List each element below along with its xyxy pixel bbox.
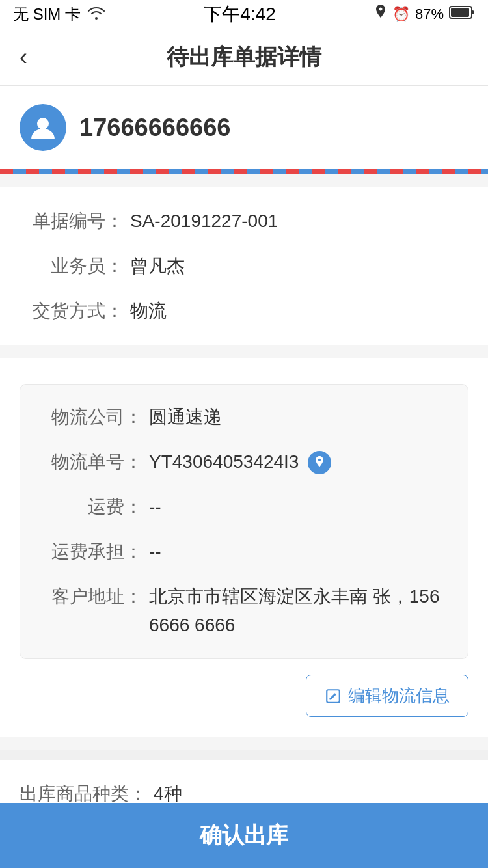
status-right: ⏰ 87%: [374, 5, 475, 24]
document-no-label: 单据编号：: [20, 207, 124, 236]
logistics-card: 物流公司： 圆通速递 物流单号： YT43064053424I3 运费： --: [20, 384, 468, 659]
edit-logistics-label: 编辑物流信息: [348, 685, 450, 707]
tracking-location-icon[interactable]: [308, 451, 331, 474]
salesman-row: 业务员： 曾凡杰: [20, 252, 468, 281]
freight-row: 运费： --: [38, 493, 450, 522]
edit-logistics-container: 编辑物流信息: [20, 675, 468, 717]
page-title: 待出库单据详情: [167, 42, 321, 72]
address-value: 北京市市辖区海淀区永丰南 张，156 6666 6666: [149, 582, 450, 641]
nav-bar: ‹ 待出库单据详情: [0, 29, 488, 86]
avatar: [20, 104, 66, 151]
document-no-value: SA-20191227-001: [130, 207, 468, 236]
logistics-company-label: 物流公司：: [38, 403, 142, 432]
logistics-company-row: 物流公司： 圆通速递: [38, 403, 450, 432]
gray-divider: [0, 750, 488, 760]
basic-info-section: 单据编号： SA-20191227-001 业务员： 曾凡杰 交货方式： 物流: [0, 187, 488, 345]
delivery-method-row: 交货方式： 物流: [20, 297, 468, 326]
alarm-icon: ⏰: [392, 6, 410, 23]
status-bar: 无 SIM 卡 下午4:42 ⏰ 87%: [0, 0, 488, 29]
tracking-value: YT43064053424I3: [149, 448, 299, 477]
logistics-company-value: 圆通速递: [149, 403, 450, 432]
dashed-divider: [0, 169, 488, 174]
logistics-section: 物流公司： 圆通速递 物流单号： YT43064053424I3 运费： --: [0, 358, 488, 737]
user-header: 17666666666: [0, 86, 488, 169]
freight-bearer-row: 运费承担： --: [38, 537, 450, 567]
tracking-label: 物流单号：: [38, 448, 142, 477]
delivery-method-label: 交货方式：: [20, 297, 124, 326]
status-left: 无 SIM 卡: [13, 4, 105, 25]
tracking-row: 物流单号： YT43064053424I3: [38, 448, 450, 477]
confirm-button[interactable]: 确认出库: [0, 803, 488, 868]
delivery-method-value: 物流: [130, 297, 468, 326]
edit-logistics-button[interactable]: 编辑物流信息: [306, 675, 468, 717]
document-no-row: 单据编号： SA-20191227-001: [20, 207, 468, 236]
back-button[interactable]: ‹: [20, 44, 27, 71]
confirm-button-label: 确认出库: [200, 821, 288, 850]
battery-text: 87%: [415, 6, 444, 23]
freight-bearer-label: 运费承担：: [38, 537, 142, 567]
user-phone: 17666666666: [79, 114, 230, 142]
edit-icon: [325, 688, 342, 705]
salesman-label: 业务员：: [20, 252, 124, 281]
battery-icon: [449, 5, 475, 23]
svg-point-2: [37, 118, 49, 129]
location-status-icon: [374, 5, 387, 24]
status-time: 下午4:42: [204, 2, 276, 27]
salesman-value: 曾凡杰: [130, 252, 468, 281]
freight-label: 运费：: [38, 493, 142, 522]
svg-rect-1: [451, 8, 469, 17]
freight-value: --: [149, 493, 450, 522]
wifi-icon: [87, 5, 105, 23]
address-row: 客户地址： 北京市市辖区海淀区永丰南 张，156 6666 6666: [38, 582, 450, 641]
content: 17666666666 单据编号： SA-20191227-001 业务员： 曾…: [0, 86, 488, 868]
address-label: 客户地址：: [38, 582, 142, 612]
freight-bearer-value: --: [149, 537, 450, 567]
carrier-text: 无 SIM 卡: [13, 4, 81, 25]
tracking-value-container: YT43064053424I3: [149, 448, 450, 477]
